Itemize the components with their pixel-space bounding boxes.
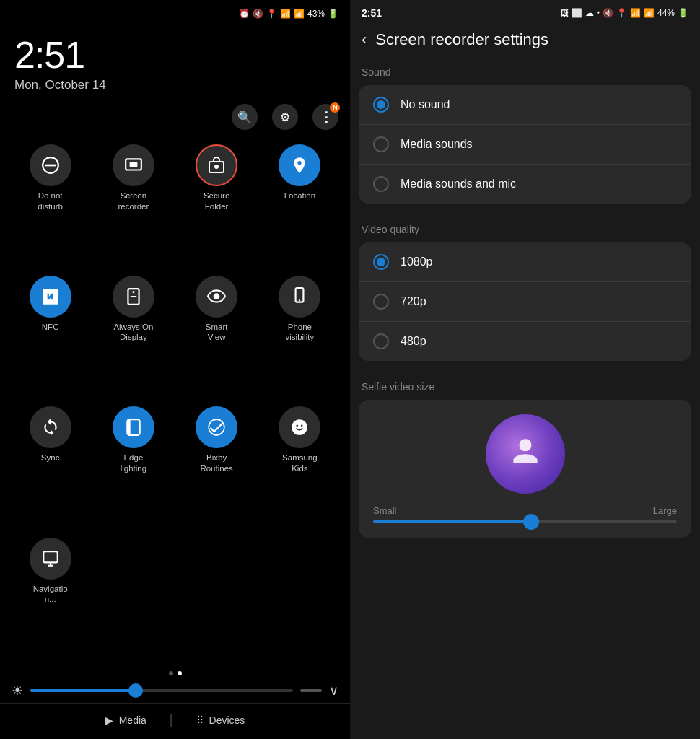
time-display: 2:51 Mon, October 14 xyxy=(0,22,350,95)
right-panel: 2:51 🖼 ⬜ ☁ • 🔇 📍 📶 📶 44% 🔋 ‹ Screen reco… xyxy=(350,0,700,739)
video-quality-options-card: 1080p 720p 480p xyxy=(359,242,691,361)
samsung-kids-icon xyxy=(279,406,320,448)
dot-status: • xyxy=(597,8,600,18)
option-720p[interactable]: 720p xyxy=(359,281,691,321)
avatar-icon xyxy=(507,433,543,476)
tile-secure-folder[interactable]: SecureFolder xyxy=(178,144,255,267)
brightness-slider-thumb[interactable] xyxy=(128,683,143,698)
do-not-disturb-label: Do notdisturb xyxy=(38,191,63,212)
brightness-expand-button[interactable]: ∨ xyxy=(329,683,338,699)
radio-media-sounds[interactable] xyxy=(373,136,389,152)
tile-edge-lighting[interactable]: Edgelighting xyxy=(95,406,172,529)
brightness-slider-fill xyxy=(30,689,136,692)
video-quality-section-label: Video quality xyxy=(359,218,691,242)
always-on-display-icon xyxy=(113,276,154,318)
clock-date: Mon, October 14 xyxy=(14,78,336,92)
quick-tiles-grid: Do notdisturb Screenrecorder SecureFolde… xyxy=(0,139,350,665)
signal-status-icon: 📶 xyxy=(644,8,655,18)
location-status-icon: 📍 xyxy=(616,8,627,18)
tile-bixby-routines[interactable]: BixbyRoutines xyxy=(178,406,255,529)
right-battery-text: 44% xyxy=(657,8,675,18)
tile-location[interactable]: Location xyxy=(261,144,338,267)
back-button[interactable]: ‹ xyxy=(362,30,367,49)
page-dot-1 xyxy=(169,671,173,675)
tile-always-on-display[interactable]: Always OnDisplay xyxy=(95,276,172,398)
option-media-sounds-mic[interactable]: Media sounds and mic xyxy=(359,164,691,204)
devices-button[interactable]: ⠿ Devices xyxy=(196,714,245,726)
selfie-size-slider[interactable] xyxy=(373,520,677,523)
do-not-disturb-icon xyxy=(30,144,71,186)
bixby-routines-icon xyxy=(196,406,237,448)
selfie-slider-thumb[interactable] xyxy=(523,514,539,530)
large-label: Large xyxy=(653,505,677,516)
edge-lighting-label: Edgelighting xyxy=(121,452,146,474)
option-no-sound[interactable]: No sound xyxy=(359,85,691,124)
pagination xyxy=(0,665,350,678)
media-play-icon: ▶ xyxy=(105,714,113,726)
tile-nfc[interactable]: NFC xyxy=(12,276,89,398)
sound-options-card: No sound Media sounds Media sounds and m… xyxy=(359,85,691,204)
svg-rect-11 xyxy=(127,419,130,435)
location-icon-status: 📍 xyxy=(266,9,277,19)
location-label: Location xyxy=(284,191,315,201)
option-media-sounds[interactable]: Media sounds xyxy=(359,124,691,164)
page-title: Screen recorder settings xyxy=(375,30,548,49)
media-label: Media xyxy=(119,714,146,726)
right-battery-icon: 🔋 xyxy=(678,8,688,18)
radio-media-sounds-mic[interactable] xyxy=(373,176,389,192)
bottom-bar: ▶ Media | ⠿ Devices xyxy=(0,703,350,739)
radio-1080p[interactable] xyxy=(373,254,389,270)
selfie-section-label: Selfie video size xyxy=(359,375,691,400)
radio-no-sound-inner xyxy=(377,100,385,109)
top-icons: 🔍 ⚙ ⋮ xyxy=(0,95,350,139)
tile-smart-view[interactable]: SmartView xyxy=(178,276,255,398)
media-sounds-mic-label: Media sounds and mic xyxy=(401,178,516,191)
small-label: Small xyxy=(373,505,397,516)
selfie-preview xyxy=(373,414,677,494)
radio-720p[interactable] xyxy=(373,294,389,310)
left-status-icons: ⏰ 🔇 📍 📶 📶 43% 🔋 xyxy=(239,9,338,19)
nfc-label: NFC xyxy=(42,322,59,333)
bottom-separator: | xyxy=(170,712,173,727)
no-sound-label: No sound xyxy=(401,98,450,111)
brightness-slider-track[interactable] xyxy=(30,689,293,692)
more-button[interactable]: ⋮ xyxy=(312,104,338,130)
status-bar-left: ⏰ 🔇 📍 📶 📶 43% 🔋 xyxy=(0,0,350,22)
signal-icon: 📶 xyxy=(294,9,305,19)
option-1080p[interactable]: 1080p xyxy=(359,242,691,281)
1080p-label: 1080p xyxy=(401,255,433,268)
radio-no-sound[interactable] xyxy=(373,97,389,113)
settings-content: Sound No sound Media sounds Media sounds… xyxy=(350,61,700,739)
brightness-end-bar xyxy=(300,689,322,692)
search-button[interactable]: 🔍 xyxy=(232,104,258,130)
selfie-size-card: Small Large xyxy=(359,400,691,538)
clock-time: 2:51 xyxy=(14,33,336,76)
tile-navigation[interactable]: Navigation... xyxy=(12,538,89,660)
480p-label: 480p xyxy=(401,335,426,348)
tile-screen-recorder[interactable]: Screenrecorder xyxy=(95,144,172,267)
tile-samsung-kids[interactable]: SamsungKids xyxy=(261,406,338,529)
sync-label: Sync xyxy=(41,452,60,463)
bixby-routines-label: BixbyRoutines xyxy=(200,452,232,474)
media-status-icon: 🖼 xyxy=(560,8,569,18)
brightness-bar[interactable]: ☀ ∨ xyxy=(0,678,350,703)
svg-point-4 xyxy=(215,165,218,168)
svg-point-7 xyxy=(214,294,219,299)
navigation-label: Navigation... xyxy=(33,584,68,605)
720p-label: 720p xyxy=(401,295,426,308)
tile-do-not-disturb[interactable]: Do notdisturb xyxy=(12,144,89,267)
devices-label: Devices xyxy=(209,714,245,726)
smart-view-icon xyxy=(196,276,237,318)
radio-480p[interactable] xyxy=(373,333,389,349)
option-480p[interactable]: 480p xyxy=(359,321,691,361)
size-labels: Small Large xyxy=(373,505,677,516)
settings-button[interactable]: ⚙ xyxy=(272,104,298,130)
tile-phone-visibility[interactable]: Phonevisibility xyxy=(261,276,338,398)
phone-visibility-label: Phonevisibility xyxy=(286,322,315,344)
media-button[interactable]: ▶ Media xyxy=(105,714,146,726)
svg-rect-16 xyxy=(43,551,58,562)
always-on-display-label: Always OnDisplay xyxy=(113,322,153,344)
tile-sync[interactable]: Sync xyxy=(12,406,89,529)
mute-status-icon: 🔇 xyxy=(603,8,613,18)
battery-icon: 🔋 xyxy=(328,9,338,19)
